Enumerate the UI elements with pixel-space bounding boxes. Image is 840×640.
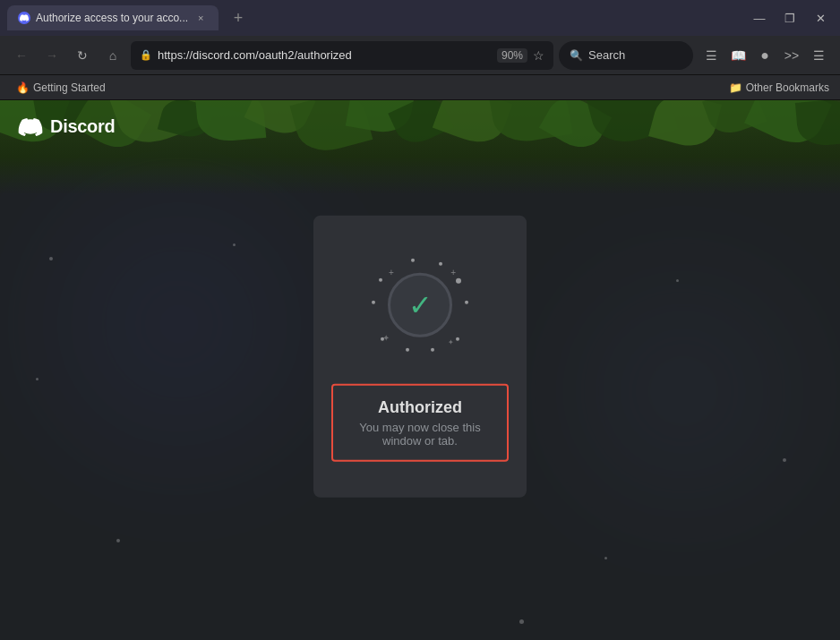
dot-2 bbox=[36, 378, 39, 380]
sparkle-4 bbox=[456, 277, 461, 283]
search-label: Search bbox=[588, 48, 625, 62]
back-button[interactable]: ← bbox=[9, 43, 34, 68]
sparkle-cross-2: + bbox=[450, 267, 456, 277]
browser-frame: Authorize access to your acco... × + — ❐… bbox=[0, 0, 840, 640]
discord-logo: Discord bbox=[18, 116, 115, 137]
sparkle-10 bbox=[431, 347, 434, 351]
dot-3 bbox=[116, 539, 120, 542]
address-bar[interactable]: 🔒 https://discord.com/oauth2/authorized … bbox=[131, 41, 553, 70]
bookmarks-bar: 🔥 Getting Started 📁 Other Bookmarks bbox=[0, 75, 840, 100]
authorized-title: Authorized bbox=[349, 397, 491, 416]
tab-close-button[interactable]: × bbox=[193, 11, 208, 25]
dot-1 bbox=[49, 257, 53, 260]
sparkle-cross-1: + bbox=[389, 267, 394, 277]
minimize-button[interactable]: — bbox=[747, 5, 772, 30]
reload-button[interactable]: ↻ bbox=[70, 43, 95, 68]
other-bookmarks-label: Other Bookmarks bbox=[746, 81, 829, 94]
discord-logo-text: Discord bbox=[50, 116, 115, 137]
zoom-level[interactable]: 90% bbox=[497, 48, 527, 63]
authorized-box: Authorized You may now close this window… bbox=[331, 383, 509, 461]
dot-7 bbox=[519, 619, 524, 624]
leaf-background bbox=[0, 100, 840, 194]
sparkle-8 bbox=[456, 337, 459, 340]
dot-5 bbox=[783, 458, 786, 462]
tab-title: Authorize access to your acco... bbox=[36, 12, 188, 24]
sparkle-3 bbox=[379, 277, 382, 281]
bookmark-star-icon[interactable]: ☆ bbox=[533, 48, 544, 63]
dot-4 bbox=[676, 279, 679, 282]
sparkle-cross-3: ✦ bbox=[382, 332, 390, 342]
sparkle-1 bbox=[411, 258, 415, 261]
window-controls: — ❐ ✕ bbox=[747, 5, 833, 30]
menu-icon[interactable]: ☰ bbox=[806, 43, 831, 68]
check-mark-icon: ✓ bbox=[408, 287, 433, 321]
address-text: https://discord.com/oauth2/authorized bbox=[158, 48, 492, 62]
other-bookmarks[interactable]: 📁 Other Bookmarks bbox=[729, 81, 829, 94]
ambient-blob-right bbox=[571, 279, 795, 503]
profile-icon[interactable]: ● bbox=[752, 43, 777, 68]
home-button[interactable]: ⌂ bbox=[100, 43, 125, 68]
search-icon: 🔍 bbox=[570, 49, 583, 62]
sparkle-6 bbox=[465, 300, 468, 303]
page-content: Discord + + ✦ ✦ bbox=[0, 100, 840, 640]
ambient-blob-left bbox=[45, 190, 313, 458]
tab-favicon bbox=[18, 12, 30, 24]
sparkle-2 bbox=[439, 261, 442, 265]
title-bar: Authorize access to your acco... × + — ❐… bbox=[0, 0, 840, 36]
dot-8 bbox=[604, 557, 607, 559]
new-tab-button[interactable]: + bbox=[226, 5, 251, 30]
nav-bar: ← → ↻ ⌂ 🔒 https://discord.com/oauth2/aut… bbox=[0, 36, 840, 75]
getting-started-bookmark[interactable]: 🔥 Getting Started bbox=[11, 80, 111, 96]
check-circle: ✓ bbox=[388, 272, 452, 337]
dot-6 bbox=[233, 243, 236, 246]
sparkle-cross-4: ✦ bbox=[448, 337, 454, 346]
nav-right-icons: ☰ 📖 ● >> ☰ bbox=[699, 43, 831, 68]
discord-icon bbox=[18, 118, 43, 136]
sparkle-9 bbox=[406, 347, 409, 351]
authorized-subtitle: You may now close this window or tab. bbox=[349, 420, 491, 447]
getting-started-icon: 🔥 bbox=[16, 81, 30, 94]
folder-icon: 📁 bbox=[729, 81, 742, 94]
search-bar[interactable]: 🔍 Search bbox=[559, 41, 693, 70]
reading-list-icon[interactable]: 📖 bbox=[725, 43, 750, 68]
maximize-button[interactable]: ❐ bbox=[777, 5, 802, 30]
extensions-icon[interactable]: >> bbox=[779, 43, 804, 68]
close-button[interactable]: ✕ bbox=[808, 5, 833, 30]
auth-card: + + ✦ ✦ ✓ Authorized You may now close t… bbox=[313, 215, 527, 497]
security-icon: 🔒 bbox=[140, 49, 152, 61]
check-circle-container: + + ✦ ✦ ✓ bbox=[366, 251, 474, 358]
sparkle-5 bbox=[372, 300, 375, 303]
active-tab[interactable]: Authorize access to your acco... × bbox=[7, 5, 219, 30]
getting-started-label: Getting Started bbox=[33, 81, 106, 94]
forward-button[interactable]: → bbox=[39, 43, 64, 68]
bookmarks-icon[interactable]: ☰ bbox=[699, 43, 724, 68]
